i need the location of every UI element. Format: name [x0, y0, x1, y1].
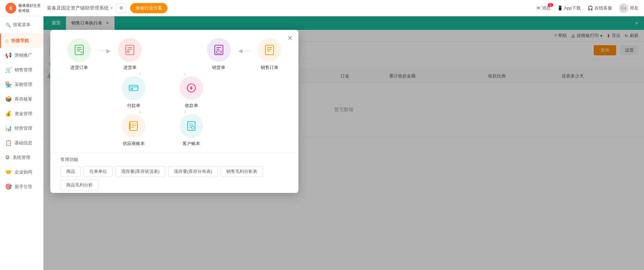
payment-icon: [122, 76, 145, 100]
svg-rect-12: [265, 45, 274, 55]
sidebar-search-area: 🔍 搜索菜单: [0, 16, 43, 34]
svg-rect-21: [130, 122, 137, 130]
main-area: 🔍 搜索菜单 ⌂ 快捷导航 📢 营销推广 🛒 销售管理 🏪 采购管理: [0, 16, 644, 270]
sidebar-item-operation[interactable]: 📊 经营管理: [0, 121, 43, 136]
flow-node-purchase-bill[interactable]: 进货单: [111, 38, 149, 71]
svg-rect-0: [75, 45, 83, 55]
flow-section: 进货订单 - - - - ▶: [50, 30, 298, 152]
svg-rect-26: [188, 122, 195, 130]
settings-button[interactable]: ⚙: [117, 3, 126, 13]
operation-icon: 📊: [5, 125, 12, 131]
quick-nav-modal: ✕: [50, 30, 298, 193]
sidebar-item-marketing[interactable]: 📢 营销推广: [0, 48, 43, 62]
app-download-button[interactable]: 📱 App下载: [557, 5, 581, 11]
common-btn-partner[interactable]: 往来单位: [84, 166, 113, 177]
sidebar-item-basic[interactable]: 📋 基础信息: [0, 136, 43, 150]
sidebar-item-purchase[interactable]: 🏪 采购管理: [0, 77, 43, 92]
common-functions-title: 常用功能: [60, 157, 288, 163]
enterprise-icon: 🤝: [5, 169, 12, 175]
supplier-ledger-icon: [122, 114, 145, 138]
trial-button[interactable]: 体验行业方案: [130, 3, 168, 13]
avatar: Ea: [619, 3, 628, 13]
sidebar-item-system[interactable]: ⚙ 系统管理: [0, 150, 43, 165]
app-container: 6 畅康通好生意 标准版 装备及固定资产辅助管理系统 ▾ ⚙ 体验行业方案 ✉ …: [0, 0, 644, 270]
flow-node-sales-order[interactable]: 销售订单: [251, 38, 288, 71]
newbie-icon: 🎯: [5, 183, 12, 190]
logo-area: 6 畅康通好生意 标准版: [5, 3, 43, 14]
message-button[interactable]: ✉ 消息 5: [537, 5, 551, 11]
common-btn-sales-margin[interactable]: 销售毛利分析表: [221, 166, 263, 177]
svg-text:¥: ¥: [190, 85, 193, 91]
sidebar-item-quick-nav[interactable]: ⌂ 快捷导航: [0, 34, 43, 48]
logo-text: 畅康通好生意 标准版: [18, 3, 41, 13]
modal-overlay: ✕: [43, 16, 644, 270]
sidebar-item-finance[interactable]: 💰 资金管理: [0, 106, 43, 121]
chevron-down-icon: ▾: [111, 6, 112, 10]
flow-node-customer-ledger[interactable]: 客户账本: [173, 114, 210, 147]
system-title-text: 装备及固定资产辅助管理系统: [47, 5, 109, 11]
sales-order-icon: [258, 38, 281, 62]
purchase-icon: 🏪: [5, 81, 12, 88]
sidebar-item-inventory[interactable]: 📦 库存核算: [0, 92, 43, 106]
flow-node-receipt[interactable]: ¥ 收款单: [173, 76, 210, 109]
sidebar-item-newbie[interactable]: 🎯 新手引导: [0, 179, 43, 194]
search-icon: 🔍: [5, 22, 11, 28]
finance-icon: 💰: [5, 110, 12, 117]
svg-point-30: [191, 126, 194, 129]
search-menu-button[interactable]: 🔍 搜索菜单: [3, 20, 40, 30]
svg-rect-25: [129, 123, 130, 129]
sidebar: 🔍 搜索菜单 ⌂ 快捷导航 📢 营销推广 🛒 销售管理 🏪 采购管理: [0, 16, 43, 270]
headset-icon: 🎧: [588, 5, 593, 11]
common-btn-product[interactable]: 商品: [60, 166, 81, 177]
basic-icon: 📋: [5, 140, 12, 146]
marketing-icon: 📢: [5, 52, 12, 58]
flow-node-supplier-ledger[interactable]: 供应商账本: [115, 114, 152, 147]
flow-node-purchase-order[interactable]: 进货订单: [60, 38, 98, 71]
modal-close-button[interactable]: ✕: [287, 34, 293, 42]
top-right-area: ✉ 消息 5 📱 App下载 🎧 在线客服 Ea 用友: [537, 3, 639, 13]
svg-point-7: [127, 51, 129, 53]
flow-node-sales-bill[interactable]: 销货单: [200, 38, 238, 71]
online-service-button[interactable]: 🎧 在线客服: [588, 5, 612, 11]
logo-icon: 6: [5, 3, 16, 14]
flow-node-payment[interactable]: 付款单: [115, 76, 152, 109]
sidebar-item-enterprise[interactable]: 🤝 企业协同: [0, 165, 43, 179]
sidebar-item-sales[interactable]: 🛒 销售管理: [0, 62, 43, 77]
system-title[interactable]: 装备及固定资产辅助管理系统 ▾: [47, 5, 112, 11]
system-icon: ⚙: [5, 154, 10, 161]
message-badge: 5: [548, 3, 553, 7]
common-btn-product-margin[interactable]: 商品毛利分析: [60, 180, 99, 191]
customer-ledger-icon: [179, 114, 203, 138]
user-menu-button[interactable]: Ea 用友: [619, 3, 639, 13]
sales-bill-icon: [207, 38, 231, 62]
svg-rect-16: [129, 85, 138, 91]
common-btn-stock-status[interactable]: 现存量(库存状况表): [116, 166, 166, 177]
svg-rect-4: [126, 45, 134, 55]
message-icon: ✉: [537, 5, 540, 11]
common-functions-section: 常用功能 商品 往来单位 现存量(库存状况表) 现存量(库存分布表) 销售毛利分…: [50, 152, 298, 193]
common-btn-stock-dist[interactable]: 现存量(库存分布表): [168, 166, 218, 177]
home-icon: ⌂: [5, 38, 8, 44]
inventory-icon: 📦: [5, 96, 12, 102]
svg-rect-11: [216, 51, 221, 53]
common-buttons-row1: 商品 往来单位 现存量(库存状况表) 现存量(库存分布表) 销售毛利分析表 商品…: [60, 166, 288, 191]
sales-icon: 🛒: [5, 67, 12, 73]
svg-rect-18: [130, 88, 133, 90]
purchase-order-icon: [67, 38, 91, 62]
top-bar: 6 畅康通好生意 标准版 装备及固定资产辅助管理系统 ▾ ⚙ 体验行业方案 ✉ …: [0, 0, 644, 16]
receipt-icon: ¥: [179, 76, 203, 100]
phone-icon: 📱: [557, 5, 563, 11]
purchase-bill-icon: [118, 38, 142, 62]
content-area: 首页 销售订单执行表 ✕ ✕ ? 帮助 🖨 按: [43, 16, 644, 270]
